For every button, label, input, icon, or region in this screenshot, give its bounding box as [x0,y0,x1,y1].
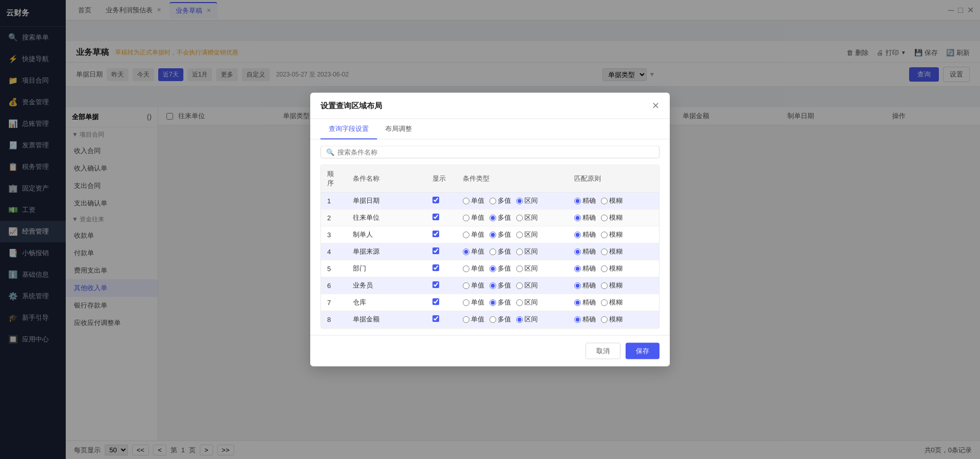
settings-dialog: 设置查询区域布局 ✕ 查询字段设置 布局调整 🔍 顺序 条件名称 显示 条件类型… [310,93,670,367]
radio-type_multi-7[interactable]: 多值 [489,298,511,307]
cancel-button[interactable]: 取消 [586,343,620,359]
row-show-2[interactable] [426,209,457,226]
row-type-5: 单值多值区间 [457,260,568,277]
row-order-5: 5 [321,260,347,277]
dialog-footer: 取消 保存 [310,335,670,367]
row-show-4[interactable] [426,243,457,260]
radio-match_exact-3[interactable]: 精确 [574,230,596,239]
show-checkbox-5[interactable] [432,264,439,271]
dialog-close-button[interactable]: ✕ [652,100,659,111]
show-checkbox-4[interactable] [432,247,439,254]
radio-type_single-1[interactable]: 单值 [463,196,484,205]
radio-match_fuzzy-6[interactable]: 模糊 [601,281,623,290]
tab-layout-adjust[interactable]: 布局调整 [377,119,420,140]
row-order-7: 7 [321,294,347,311]
radio-match_exact-5[interactable]: 精确 [574,264,596,273]
dialog-body: 🔍 顺序 条件名称 显示 条件类型 匹配原则 1单据日期单值多值区间精确模糊2往… [310,140,670,335]
row-match-8: 精确模糊 [568,311,659,328]
row-name-6: 业务员 [347,277,427,294]
radio-type_multi-4[interactable]: 多值 [489,247,511,256]
radio-type_range-3[interactable]: 区间 [516,230,538,239]
radio-type_single-2[interactable]: 单值 [463,213,484,222]
save-dialog-button[interactable]: 保存 [626,343,659,359]
row-type-2: 单值多值区间 [457,209,568,226]
radio-type_single-6[interactable]: 单值 [463,281,484,290]
row-type-7: 单值多值区间 [457,294,568,311]
row-match-7: 精确模糊 [568,294,659,311]
radio-type_single-5[interactable]: 单值 [463,264,484,273]
row-name-7: 仓库 [347,294,427,311]
radio-type_single-8[interactable]: 单值 [463,315,484,324]
radio-match_fuzzy-1[interactable]: 模糊 [601,196,623,205]
dialog-header: 设置查询区域布局 ✕ [310,93,670,119]
show-checkbox-3[interactable] [432,231,439,237]
radio-type_range-1[interactable]: 区间 [516,196,538,205]
row-order-6: 6 [321,277,347,294]
row-name-9: 备注 [347,328,427,329]
radio-match_exact-1[interactable]: 精确 [574,196,596,205]
radio-type_multi-6[interactable]: 多值 [489,281,511,290]
row-name-1: 单据日期 [347,192,427,209]
row-show-6[interactable] [426,277,457,294]
row-show-8[interactable] [426,311,457,328]
th-type: 条件类型 [457,165,568,193]
radio-type_multi-1[interactable]: 多值 [489,196,511,205]
show-checkbox-1[interactable] [432,197,439,203]
row-show-1[interactable] [426,192,457,209]
show-checkbox-6[interactable] [432,281,439,288]
radio-match_fuzzy-4[interactable]: 模糊 [601,247,623,256]
tab-query-fields[interactable]: 查询字段设置 [321,119,377,140]
row-match-9: 精确模糊 [568,328,659,329]
radio-type_single-7[interactable]: 单值 [463,298,484,307]
row-match-4: 精确模糊 [568,243,659,260]
radio-match_exact-6[interactable]: 精确 [574,281,596,290]
row-name-2: 往来单位 [347,209,427,226]
radio-match_exact-7[interactable]: 精确 [574,298,596,307]
radio-match_exact-2[interactable]: 精确 [574,213,596,222]
conditions-table: 顺序 条件名称 显示 条件类型 匹配原则 1单据日期单值多值区间精确模糊2往来单… [321,165,659,329]
radio-type_range-4[interactable]: 区间 [516,247,538,256]
radio-type_single-3[interactable]: 单值 [463,230,484,239]
radio-type_multi-3[interactable]: 多值 [489,230,511,239]
row-name-3: 制单人 [347,226,427,243]
radio-match_fuzzy-8[interactable]: 模糊 [601,315,623,324]
radio-type_range-2[interactable]: 区间 [516,213,538,222]
table-row: 7仓库单值多值区间精确模糊 [321,294,659,311]
conditions-table-scroll[interactable]: 顺序 条件名称 显示 条件类型 匹配原则 1单据日期单值多值区间精确模糊2往来单… [321,165,659,329]
row-order-2: 2 [321,209,347,226]
table-row: 1单据日期单值多值区间精确模糊 [321,192,659,209]
radio-type_multi-8[interactable]: 多值 [489,315,511,324]
radio-match_exact-4[interactable]: 精确 [574,247,596,256]
condition-search-input[interactable] [337,148,654,156]
show-checkbox-8[interactable] [432,315,439,322]
show-checkbox-2[interactable] [432,214,439,220]
th-show: 显示 [426,165,457,193]
th-order: 顺序 [321,165,347,193]
table-row: 9备注单值多值区间精确模糊 [321,328,659,329]
radio-type_multi-5[interactable]: 多值 [489,264,511,273]
row-show-7[interactable] [426,294,457,311]
th-match: 匹配原则 [568,165,659,193]
radio-type_range-8[interactable]: 区间 [516,315,538,324]
row-order-1: 1 [321,192,347,209]
radio-match_fuzzy-3[interactable]: 模糊 [601,230,623,239]
row-name-5: 部门 [347,260,427,277]
table-row: 2往来单位单值多值区间精确模糊 [321,209,659,226]
radio-type_range-7[interactable]: 区间 [516,298,538,307]
row-show-5[interactable] [426,260,457,277]
radio-type_range-6[interactable]: 区间 [516,281,538,290]
radio-match_exact-8[interactable]: 精确 [574,315,596,324]
radio-match_fuzzy-5[interactable]: 模糊 [601,264,623,273]
row-show-3[interactable] [426,226,457,243]
search-icon: 🔍 [326,148,334,156]
radio-type_range-5[interactable]: 区间 [516,264,538,273]
row-order-9: 9 [321,328,347,329]
radio-match_fuzzy-7[interactable]: 模糊 [601,298,623,307]
radio-type_single-4[interactable]: 单值 [463,247,484,256]
radio-match_fuzzy-2[interactable]: 模糊 [601,213,623,222]
show-checkbox-7[interactable] [432,298,439,305]
radio-type_multi-2[interactable]: 多值 [489,213,511,222]
row-type-4: 单值多值区间 [457,243,568,260]
row-order-3: 3 [321,226,347,243]
row-show-9[interactable] [426,328,457,329]
